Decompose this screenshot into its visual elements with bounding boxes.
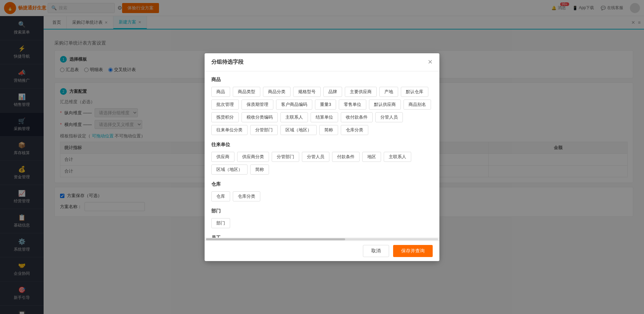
field-tag-dept[interactable]: 分管部门 <box>250 125 278 135</box>
field-tag-pick-score[interactable]: 拣货积分 <box>211 112 239 122</box>
field-tag-partner-dept[interactable]: 分管部门 <box>272 152 299 162</box>
modal-title: 分组待选字段 <box>211 59 244 66</box>
field-tag-retail-unit[interactable]: 零售单位 <box>339 100 366 110</box>
section-goods-title: 商品 <box>211 77 433 83</box>
field-tag-supervisor[interactable]: 分管人员 <box>375 112 403 122</box>
field-selection-modal: 分组待选字段 ✕ 商品 商品 商品类型 商品分类 规格型号 品牌 主要供应商 产… <box>205 53 439 261</box>
section-employee: 员工 业务员 <box>211 235 433 238</box>
modal-scroll-bar[interactable] <box>205 238 439 240</box>
field-tag-partner-category[interactable]: 往来单位分类 <box>211 125 248 135</box>
modal-close-button[interactable]: ✕ <box>428 59 433 65</box>
field-tag-goods[interactable]: 商品 <box>211 87 230 97</box>
field-tag-alias[interactable]: 商品别名 <box>404 100 431 110</box>
field-tag-partner-supervisor[interactable]: 分管人员 <box>302 152 329 162</box>
section-warehouse: 仓库 仓库 仓库分类 <box>211 181 433 201</box>
section-dept-tags: 部门 <box>211 218 433 228</box>
field-tag-payment-terms[interactable]: 收付款条件 <box>341 112 373 122</box>
field-tag-tax-code[interactable]: 税收分类编码 <box>241 112 278 122</box>
field-tag-brand[interactable]: 品牌 <box>323 87 342 97</box>
field-tag-partner-short[interactable]: 简称 <box>250 165 269 175</box>
modal-footer: 取消 保存并查询 <box>205 241 439 261</box>
field-tag-origin[interactable]: 产地 <box>379 87 398 97</box>
section-dept: 部门 部门 <box>211 208 433 228</box>
field-tag-default-supplier[interactable]: 默认供应商 <box>369 100 401 110</box>
field-tag-short-name[interactable]: 简称 <box>319 125 338 135</box>
field-tag-partner-payment[interactable]: 付款条件 <box>332 152 360 162</box>
field-tag-main-supplier[interactable]: 主要供应商 <box>345 87 377 97</box>
field-tag-partner-area[interactable]: 区域（地区） <box>211 165 248 175</box>
section-partner-title: 往来单位 <box>211 142 433 148</box>
field-tag-warehouse[interactable]: 仓库 <box>211 191 230 201</box>
modal-overlay: 分组待选字段 ✕ 商品 商品 商品类型 商品分类 规格型号 品牌 主要供应商 产… <box>0 0 644 314</box>
scroll-thumb <box>206 238 345 240</box>
field-tag-spec-model[interactable]: 规格型号 <box>293 87 321 97</box>
section-partner-tags: 供应商 供应商分类 分管部门 分管人员 付款条件 地区 主联系人 区域（地区） … <box>211 152 433 175</box>
section-goods-tags: 商品 商品类型 商品分类 规格型号 品牌 主要供应商 产地 默认仓库 批次管理 … <box>211 87 433 135</box>
scroll-track <box>206 238 438 240</box>
field-tag-region[interactable]: 区域（地区） <box>280 125 317 135</box>
section-warehouse-title: 仓库 <box>211 181 433 187</box>
field-tag-goods-category[interactable]: 商品分类 <box>263 87 290 97</box>
field-tag-goods-type[interactable]: 商品类型 <box>233 87 260 97</box>
field-tag-main-contact[interactable]: 主联系人 <box>280 112 308 122</box>
field-tag-partner-region[interactable]: 地区 <box>362 152 381 162</box>
field-tag-default-warehouse[interactable]: 默认仓库 <box>401 87 428 97</box>
field-tag-supplier-category[interactable]: 供应商分类 <box>237 152 269 162</box>
field-tag-partner-contact[interactable]: 主联系人 <box>384 152 411 162</box>
field-tag-expiry-mgmt[interactable]: 保质期管理 <box>241 100 273 110</box>
field-tag-batch-mgmt[interactable]: 批次管理 <box>211 100 239 110</box>
section-employee-title: 员工 <box>211 235 433 238</box>
field-tag-weight3[interactable]: 重量3 <box>315 100 336 110</box>
section-warehouse-tags: 仓库 仓库分类 <box>211 191 433 201</box>
field-tag-warehouse-category[interactable]: 仓库分类 <box>341 125 368 135</box>
field-tag-settle-unit[interactable]: 结算单位 <box>311 112 338 122</box>
field-tag-warehouse-cat[interactable]: 仓库分类 <box>233 191 260 201</box>
section-partner: 往来单位 供应商 供应商分类 分管部门 分管人员 付款条件 地区 主联系人 区域… <box>211 142 433 175</box>
section-dept-title: 部门 <box>211 208 433 214</box>
modal-cancel-button[interactable]: 取消 <box>363 245 389 257</box>
field-tag-supplier[interactable]: 供应商 <box>211 152 234 162</box>
field-tag-customer-sku[interactable]: 客户商品编码 <box>276 100 312 110</box>
section-goods: 商品 商品 商品类型 商品分类 规格型号 品牌 主要供应商 产地 默认仓库 批次… <box>211 77 433 135</box>
field-tag-dept-name[interactable]: 部门 <box>211 218 230 228</box>
modal-confirm-button[interactable]: 保存并查询 <box>393 245 433 257</box>
modal-body: 商品 商品 商品类型 商品分类 规格型号 品牌 主要供应商 产地 默认仓库 批次… <box>205 71 439 238</box>
modal-header: 分组待选字段 ✕ <box>205 53 439 71</box>
